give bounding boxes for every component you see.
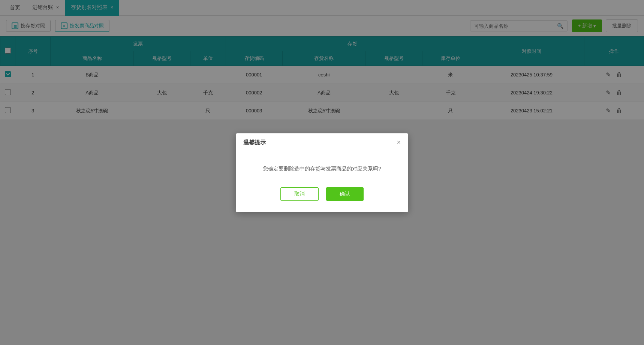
modal-overlay: 温馨提示 × 您确定要删除选中的存货与发票商品的对应关系吗? 取消 确认	[0, 0, 644, 120]
